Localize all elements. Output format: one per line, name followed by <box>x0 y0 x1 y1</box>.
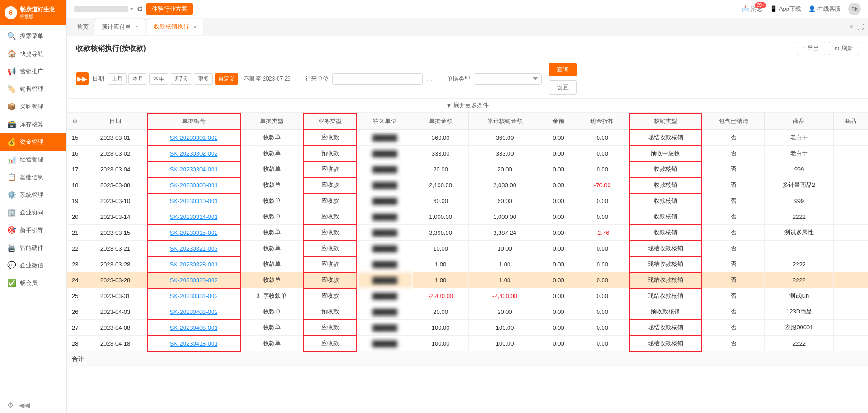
cell-bill-no[interactable]: SK-20230418-001 <box>147 336 240 351</box>
sidebar-item-finance[interactable]: 💰 资金管理 <box>0 133 66 151</box>
sidebar-item-member[interactable]: ✅ 畅会员 <box>0 274 66 292</box>
tab-home[interactable]: 首页 <box>71 19 95 35</box>
cell-goods2 <box>833 225 868 241</box>
table-row[interactable]: 24 2023-03-28 SK-20230328-002 收款单 应收款 ██… <box>67 272 868 288</box>
sidebar-item-system[interactable]: ⚙️ 系统管理 <box>0 186 66 204</box>
cell-bill-no[interactable]: SK-20230315-002 <box>147 225 240 241</box>
sidebar-item-purchase[interactable]: 📦 采购管理 <box>0 98 66 115</box>
cell-bill-no[interactable]: SK-20230301-002 <box>147 130 240 146</box>
setting-button[interactable]: 设置 <box>549 80 577 95</box>
cell-bill-no[interactable]: SK-20230304-001 <box>147 161 240 177</box>
sidebar-item-hardware[interactable]: 🖨️ 智能硬件 <box>0 239 66 256</box>
expand-filter-button[interactable]: ▶▶ <box>76 72 89 85</box>
sidebar-item-sales[interactable]: 🏷️ 销售管理 <box>0 80 66 98</box>
cell-discount: 0.00 <box>576 304 629 320</box>
table-row[interactable]: 23 2023-03-28 SK-20230328-001 收款单 应收款 ██… <box>67 256 868 272</box>
cell-bill-no[interactable]: SK-20230302-002 <box>147 146 240 161</box>
table-row[interactable]: 22 2023-03-21 SK-20230321-003 收款单 应收款 ██… <box>67 241 868 256</box>
bill-type-select[interactable] <box>474 73 542 85</box>
user-avatar[interactable]: Rit <box>848 3 861 15</box>
sidebar-item-wechat[interactable]: 💬 企业微信 <box>0 256 66 274</box>
maximize-icon[interactable]: ⛶ <box>857 23 864 31</box>
col-settings[interactable]: ⚙ <box>67 113 83 130</box>
cell-goods2 <box>833 272 868 288</box>
cell-partner: ██████ <box>357 130 413 146</box>
cell-partner: ██████ <box>357 336 413 351</box>
cell-bill-type: 收款单 <box>240 320 303 336</box>
cell-partner: ██████ <box>357 161 413 177</box>
cell-date: 2023-04-03 <box>83 304 147 320</box>
table-row[interactable]: 17 2023-03-04 SK-20230304-001 收款单 应收款 ██… <box>67 161 868 177</box>
sidebar-item-search[interactable]: 🔍 搜索菜单 <box>0 27 66 45</box>
sidebar-item-quicknav[interactable]: 🏠 快捷导航 <box>0 45 66 62</box>
col-goods2: 商品 <box>833 113 868 130</box>
table-row[interactable]: 25 2023-03-31 SK-20230331-002 红字收款单 应收款 … <box>67 288 868 304</box>
export-button[interactable]: ↑ 导出 <box>797 42 826 55</box>
custom-date-button[interactable]: 自定义 <box>215 73 238 85</box>
cell-goods1: 2222 <box>765 209 833 225</box>
cell-bill-no[interactable]: SK-20230321-003 <box>147 241 240 256</box>
cell-bill-no[interactable]: SK-20230314-001 <box>147 209 240 225</box>
sidebar-item-guide[interactable]: 🎯 新手引导 <box>0 221 66 239</box>
this-month-button[interactable]: 本月 <box>128 73 147 85</box>
close-all-tabs-icon[interactable]: × <box>849 23 854 31</box>
app-download-button[interactable]: 📱 App下载 <box>770 5 801 13</box>
data-table-wrapper[interactable]: ⚙ 日期 单据编号 单据类型 业务类型 往来单位 单据金额 累计核销金额 余额 … <box>67 113 868 413</box>
cell-bill-no[interactable]: SK-20230310-001 <box>147 193 240 209</box>
more-date-button[interactable]: 更多 <box>194 73 213 85</box>
tab-prepay[interactable]: 预计应付单 × <box>95 19 145 35</box>
expand-more-conditions[interactable]: ▼ 展开更多条件 <box>67 99 868 113</box>
cell-verified: 20.00 <box>468 304 541 320</box>
sidebar-item-marketing[interactable]: 📢 营销推广 <box>0 62 66 80</box>
cell-date: 2023-03-10 <box>83 193 147 209</box>
cell-partner: ██████ <box>357 320 413 336</box>
table-row[interactable]: 20 2023-03-14 SK-20230314-001 收款单 应收款 ██… <box>67 209 868 225</box>
cell-verify-type: 现结收款核销 <box>629 288 702 304</box>
cell-bill-no[interactable]: SK-20230403-002 <box>147 304 240 320</box>
last-month-button[interactable]: 上月 <box>108 73 127 85</box>
service-button[interactable]: 👤 在线客服 <box>808 5 841 13</box>
collapse-icon[interactable]: ◀◀ <box>19 401 30 409</box>
cell-bill-no[interactable]: SK-20230328-002 <box>147 272 240 288</box>
table-row[interactable]: 27 2023-04-08 SK-20230408-001 收款单 应收款 ██… <box>67 320 868 336</box>
cell-num: 21 <box>67 225 83 241</box>
cell-bill-no[interactable]: SK-20230328-001 <box>147 256 240 272</box>
sidebar-item-inventory[interactable]: 🗃️ 库存核算 <box>0 115 66 133</box>
sidebar-item-basic[interactable]: 📋 基础信息 <box>0 168 66 186</box>
cell-bill-no[interactable]: SK-20230331-002 <box>147 288 240 304</box>
table-row[interactable]: 26 2023-04-03 SK-20230403-002 收款单 预收款 ██… <box>67 304 868 320</box>
cell-cleared: 否 <box>702 241 765 256</box>
cell-bill-no[interactable]: SK-20230308-001 <box>147 177 240 193</box>
sidebar-item-operations[interactable]: 📊 经营管理 <box>0 151 66 168</box>
table-row[interactable]: 16 2023-03-02 SK-20230302-002 收款单 预收款 ██… <box>67 146 868 161</box>
table-row[interactable]: 19 2023-03-10 SK-20230310-001 收款单 应收款 ██… <box>67 193 868 209</box>
settings-icon[interactable]: ⚙ <box>7 401 14 409</box>
topbar-gear-icon[interactable]: ⚙ <box>137 5 143 13</box>
table-row[interactable]: 28 2023-04-18 SK-20230418-001 收款单 应收款 ██… <box>67 336 868 351</box>
cell-bill-no[interactable]: SK-20230408-001 <box>147 320 240 336</box>
refresh-button[interactable]: ↻ 刷新 <box>829 42 859 55</box>
service-icon: 👤 <box>808 5 816 12</box>
sidebar-item-enterprise[interactable]: 🏢 企业协同 <box>0 204 66 221</box>
this-year-button[interactable]: 本年 <box>149 73 168 85</box>
table-row[interactable]: 21 2023-03-15 SK-20230315-002 收款单 应收款 ██… <box>67 225 868 241</box>
topbar-dropdown[interactable]: ▾ <box>74 5 133 12</box>
message-button[interactable]: 📩 消息 99+ <box>742 5 763 13</box>
cell-balance: 0.00 <box>541 304 576 320</box>
query-button[interactable]: 查询 <box>549 63 577 76</box>
table-row[interactable]: 18 2023-03-08 SK-20230308-001 收款单 应收款 ██… <box>67 177 868 193</box>
cell-discount: 0.00 <box>576 288 629 304</box>
tab-receipt[interactable]: 收款核销执行 × <box>147 19 203 35</box>
cell-discount: 0.00 <box>576 320 629 336</box>
cell-num: 25 <box>67 288 83 304</box>
close-receipt-tab-icon[interactable]: × <box>193 24 196 29</box>
close-prepay-tab-icon[interactable]: × <box>136 24 138 30</box>
partner-input[interactable] <box>332 73 423 85</box>
cell-discount: 0.00 <box>576 161 629 177</box>
solution-button[interactable]: 体验行业方案 <box>146 3 193 15</box>
table-row[interactable]: 15 2023-03-01 SK-20230301-002 收款单 应收款 ██… <box>67 130 868 146</box>
cell-amount: -2,430.00 <box>413 288 468 304</box>
last-7-days-button[interactable]: 近7天 <box>170 73 192 85</box>
cell-biz-type: 应收款 <box>303 336 357 351</box>
partner-more-icon[interactable]: ... <box>426 75 432 83</box>
